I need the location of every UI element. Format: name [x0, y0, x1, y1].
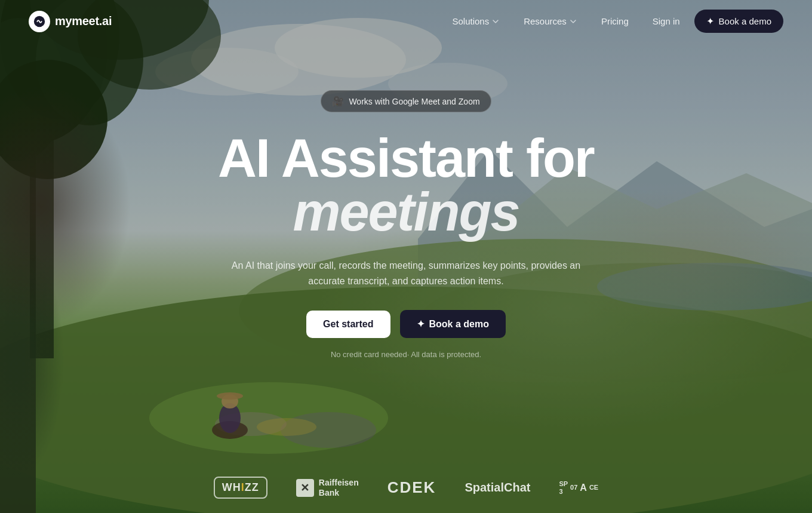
- logo-spatialchat: SpatialChat: [465, 481, 530, 494]
- get-started-button[interactable]: Get started: [306, 311, 390, 338]
- video-icon: 🎥: [332, 96, 344, 107]
- raiffeisen-icon: ✕: [296, 479, 314, 497]
- logo-raiffeisen: ✕ Raiffeisen Bank: [296, 478, 359, 498]
- logo-sp-ce: SP3 07 A CE: [559, 480, 598, 494]
- hero-title-line1: AI Assistant for: [218, 131, 594, 185]
- logo-cdek: CDEK: [387, 478, 436, 497]
- hero-title: AI Assistant for meetings: [218, 131, 594, 239]
- sparkle-icon-2: ✦: [417, 318, 425, 330]
- hero-book-demo-button[interactable]: ✦ Book a demo: [400, 310, 506, 338]
- hero-title-line2: meetings: [218, 185, 594, 239]
- logo-icon: [29, 11, 50, 32]
- logo-link[interactable]: mymeet.ai: [29, 11, 112, 32]
- nav-pricing[interactable]: Pricing: [592, 11, 638, 31]
- hero-buttons: Get started ✦ Book a demo: [306, 310, 506, 338]
- nav-solutions[interactable]: Solutions: [442, 11, 509, 31]
- resources-chevron-icon: [569, 17, 577, 26]
- logo-whizz: whizz: [214, 477, 267, 499]
- logos-bar: whizz ✕ Raiffeisen Bank CDEK SpatialChat…: [0, 462, 812, 513]
- hero-subtitle: An AI that joins your call, records the …: [227, 258, 585, 288]
- nav-resources[interactable]: Resources: [514, 11, 587, 31]
- logo-text: mymeet.ai: [55, 14, 112, 28]
- nav-links: Solutions Resources Pricing Sign in ✦ Bo…: [442, 10, 783, 33]
- navbar: mymeet.ai Solutions Resources Pricing Si…: [0, 0, 812, 42]
- solutions-chevron-icon: [491, 17, 500, 26]
- hero-content: 🎥 Works with Google Meet and Zoom AI Ass…: [0, 42, 812, 359]
- nav-book-demo-button[interactable]: ✦ Book a demo: [694, 10, 783, 33]
- badge: 🎥 Works with Google Meet and Zoom: [321, 90, 491, 112]
- nav-signin[interactable]: Sign in: [643, 11, 690, 31]
- hero-note: No credit card needed· All data is prote…: [331, 350, 481, 359]
- sparkle-icon: ✦: [706, 16, 714, 27]
